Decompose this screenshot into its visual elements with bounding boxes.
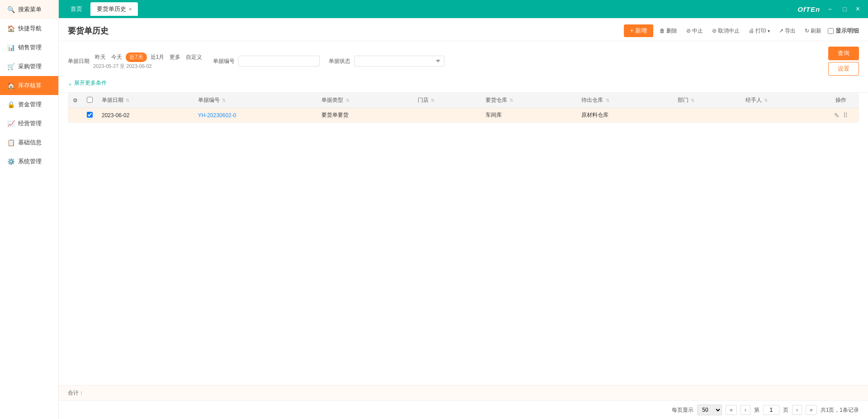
col-pending-warehouse-label: 待出仓库 [581, 97, 603, 103]
refresh-button[interactable]: ↻ 刷新 [802, 25, 824, 37]
select-all-checkbox[interactable] [87, 97, 93, 103]
row-department [673, 108, 741, 123]
filter-area: 单据日期 昨天 今天 近7天 近1月 更多 自定义 2023-05-27 至 2… [59, 41, 868, 93]
col-doc-num-label: 单据编号 [198, 97, 220, 103]
search-button[interactable]: 查询 [828, 47, 859, 60]
sidebar-item-label: 资金管理 [18, 100, 42, 109]
row-checkbox[interactable] [87, 112, 93, 118]
page-next-btn[interactable]: › [792, 405, 802, 415]
col-select-all[interactable] [82, 93, 97, 108]
page-input[interactable] [763, 405, 779, 415]
row-checkbox-col[interactable] [82, 108, 97, 123]
filter-row: 单据日期 昨天 今天 近7天 近1月 更多 自定义 2023-05-27 至 2… [68, 47, 859, 76]
tab-close-icon[interactable]: × [129, 6, 132, 12]
col-doc-date[interactable]: 单据日期 ⇅ [97, 93, 193, 108]
col-department[interactable]: 部门 ⇅ [673, 93, 741, 108]
row-doc-date: 2023-06-02 [97, 108, 193, 123]
sort-department-icon: ⇅ [691, 98, 694, 103]
date-btn-custom[interactable]: 自定义 [184, 52, 204, 62]
expand-icon: ⌄ [68, 80, 72, 86]
page-title: 要货单历史 [68, 25, 108, 36]
status-label: 单据状态 [329, 57, 350, 65]
sidebar-item-label: 基础信息 [18, 138, 42, 147]
sidebar-item-purchase-mgmt[interactable]: 🛒 采购管理 [0, 57, 58, 76]
export-icon: ↗ [779, 28, 783, 34]
export-button[interactable]: ↗ 导出 [776, 25, 798, 37]
refresh-icon: ↻ [805, 28, 809, 34]
sidebar-item-label: 经营管理 [18, 119, 42, 128]
new-button[interactable]: + 新增 [624, 24, 653, 37]
per-page-select[interactable]: 20 50 100 200 [697, 405, 722, 415]
sidebar-item-search-menu[interactable]: 🔍 搜索菜单 [0, 0, 58, 19]
expand-more-btn[interactable]: ⌄ 展开更多条件 [68, 76, 859, 87]
sidebar-item-finance-mgmt[interactable]: 🔒 资金管理 [0, 95, 58, 114]
stop-button[interactable]: ⊘ 中止 [684, 25, 706, 37]
status-select[interactable] [354, 56, 444, 67]
doc-num-input[interactable] [238, 56, 320, 67]
row-req-warehouse: 车间库 [481, 108, 577, 123]
stop-label: 中止 [692, 27, 703, 35]
sidebar-item-operations-mgmt[interactable]: 📈 经营管理 [0, 114, 58, 133]
col-handler[interactable]: 经手人 ⇅ [741, 93, 823, 108]
row-pending-warehouse: 原材料仓库 [577, 108, 673, 123]
tab-home[interactable]: 首页 [64, 2, 89, 16]
sidebar-item-label: 销售管理 [18, 43, 42, 52]
page-header: 要货单历史 + 新增 🗑 删除 ⊘ 中止 ⊘ 取消中止 🖨 打印 [59, 18, 868, 41]
col-doc-num[interactable]: 单据编号 ⇅ [193, 93, 317, 108]
toolbar: + 新增 🗑 删除 ⊘ 中止 ⊘ 取消中止 🖨 打印 ▾ [624, 24, 859, 37]
window-close-btn[interactable]: × [853, 5, 863, 13]
delete-button[interactable]: 🗑 删除 [657, 25, 680, 37]
operations-icon: 📈 [7, 120, 14, 127]
row-more-icon[interactable]: ⠿ [842, 111, 849, 120]
date-btn-more[interactable]: 更多 [168, 52, 182, 62]
date-btns: 昨天 今天 近7天 近1月 更多 自定义 [93, 52, 204, 62]
cancel-stop-button[interactable]: ⊘ 取消中止 [709, 25, 742, 37]
doc-num-filter-group: 单据编号 [213, 56, 320, 67]
page-last-btn[interactable]: » [806, 405, 817, 415]
row-settings-col [68, 108, 82, 123]
show-detail-label: 显示明细 [835, 27, 859, 35]
sidebar-item-basic-info[interactable]: 📋 基础信息 [0, 133, 58, 152]
row-doc-num-link[interactable]: YH-20230602-0 [198, 112, 236, 119]
row-doc-num[interactable]: YH-20230602-0 [193, 108, 317, 123]
col-settings[interactable]: ⚙ [68, 93, 82, 108]
table-row[interactable]: 2023-06-02 YH-20230602-0 要货单要货 车间库 原材料仓库… [68, 108, 859, 123]
col-department-label: 部门 [678, 97, 689, 103]
date-range-display: 2023-05-27 至 2023-06-02 [93, 63, 204, 70]
refresh-label: 刷新 [811, 27, 821, 35]
sidebar-item-quick-nav[interactable]: 🏠 快捷导航 [0, 19, 58, 38]
col-store[interactable]: 门店 ⇅ [413, 93, 481, 108]
sidebar-item-label: 快捷导航 [18, 24, 42, 33]
sidebar-item-inventory-calc[interactable]: 🏠 库存核算 [0, 76, 58, 95]
row-edit-icon[interactable]: ✎ [833, 111, 840, 120]
settings-button[interactable]: 设置 [828, 62, 859, 76]
date-btn-7days[interactable]: 近7天 [126, 52, 147, 62]
col-operations: 操作 [823, 93, 859, 108]
show-detail-toggle[interactable]: 显示明细 [828, 27, 859, 35]
show-detail-checkbox[interactable] [828, 28, 834, 34]
col-doc-type[interactable]: 单据类型 ⇅ [317, 93, 413, 108]
sort-pending-warehouse-icon: ⇅ [606, 98, 609, 103]
table-body: 2023-06-02 YH-20230602-0 要货单要货 车间库 原材料仓库… [68, 108, 859, 123]
delete-label: 删除 [666, 27, 677, 35]
date-btn-today[interactable]: 今天 [109, 52, 124, 62]
topbar-right: OfTEn － □ × [797, 5, 863, 14]
tab-current[interactable]: 要货单历史 × [90, 2, 138, 16]
col-pending-warehouse[interactable]: 待出仓库 ⇅ [577, 93, 673, 108]
main-area: 首页 要货单历史 × OfTEn － □ × 要货单历史 + 新增 🗑 删除 ⊘ [59, 0, 868, 419]
date-btn-yesterday[interactable]: 昨天 [93, 52, 108, 62]
page-first-btn[interactable]: « [726, 405, 737, 415]
date-btn-1month[interactable]: 近1月 [149, 52, 166, 62]
window-restore-btn[interactable]: □ [840, 5, 849, 13]
sidebar-item-label: 库存核算 [18, 81, 42, 90]
print-dropdown-icon: ▾ [768, 29, 770, 33]
print-button[interactable]: 🖨 打印 ▾ [746, 25, 773, 37]
col-req-warehouse[interactable]: 要货仓库 ⇅ [481, 93, 577, 108]
sidebar-item-system-mgmt[interactable]: ⚙️ 系统管理 [0, 152, 58, 171]
window-minimize-btn[interactable]: － [824, 5, 836, 14]
date-filter-group: 单据日期 昨天 今天 近7天 近1月 更多 自定义 2023-05-27 至 2… [68, 52, 204, 70]
sidebar-item-sales-mgmt[interactable]: 📊 销售管理 [0, 38, 58, 57]
page-prev-btn[interactable]: ‹ [741, 405, 750, 415]
print-icon: 🖨 [749, 28, 754, 34]
cart-icon: 🛒 [7, 63, 14, 70]
